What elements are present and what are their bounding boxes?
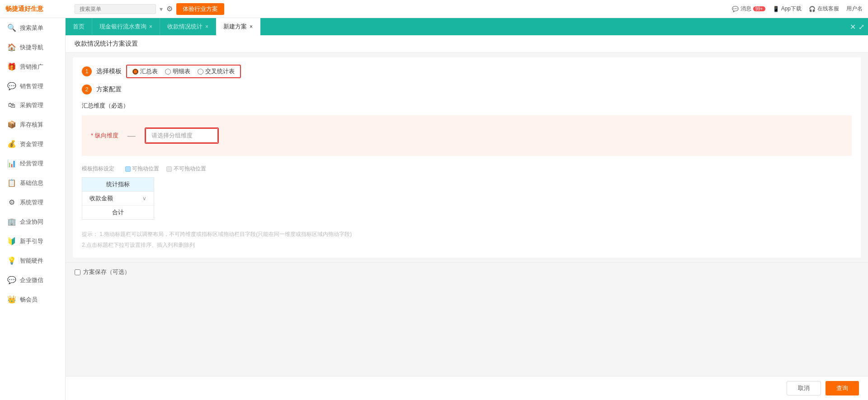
hint-2: 2.点击标题栏下拉可设置排序、插入列和删除列 xyxy=(82,240,852,250)
sidebar-item-wechat[interactable]: 💬 企业微信 xyxy=(0,270,65,290)
sidebar-item-basic-info[interactable]: 📋 基础信息 xyxy=(0,173,65,193)
menu-search-input[interactable] xyxy=(75,4,156,14)
trial-button[interactable]: 体验行业方案 xyxy=(176,3,224,15)
tab-new-plan[interactable]: 新建方案 × xyxy=(216,18,260,35)
sidebar-item-purchase[interactable]: 🛍 采购管理 xyxy=(0,96,65,115)
maximize-window-icon[interactable]: ⤢ xyxy=(859,23,864,31)
tab-receipts-close[interactable]: × xyxy=(205,24,208,30)
step2-title: 方案配置 xyxy=(96,85,122,94)
template-option-cross[interactable]: 交叉统计表 xyxy=(198,67,235,75)
sidebar-item-quick-nav[interactable]: 🏠 快捷导航 xyxy=(0,38,65,57)
sidebar-item-cooperation[interactable]: 🏢 企业协同 xyxy=(0,212,65,231)
page-title: 收款情况统计方案设置 xyxy=(75,40,138,47)
support-icon: 🎧 xyxy=(809,6,816,12)
page-body: 收款情况统计方案设置 1 选择模板 汇总表 xyxy=(66,35,868,376)
sidebar-item-label: 企业微信 xyxy=(20,276,43,284)
sidebar-item-finance[interactable]: 💰 资金管理 xyxy=(0,134,65,154)
gift-icon: 🎁 xyxy=(7,62,16,71)
guide-icon: 🔰 xyxy=(7,237,16,245)
window-controls: ✕ ⤢ xyxy=(846,18,868,35)
crown-icon: 👑 xyxy=(7,295,16,304)
home-icon: 🏠 xyxy=(7,43,16,52)
user-name: 用户名 xyxy=(846,5,863,13)
search-icon: 🔍 xyxy=(7,24,16,32)
save-checkbox[interactable] xyxy=(75,269,80,275)
sidebar-item-system[interactable]: ⚙ 系统管理 xyxy=(0,193,65,212)
sidebar-item-label: 采购管理 xyxy=(20,101,43,109)
tab-new-plan-label: 新建方案 xyxy=(223,23,247,31)
template-radio-cross[interactable] xyxy=(198,69,203,75)
step1-row: 1 选择模板 汇总表 明细表 xyxy=(82,65,852,78)
message-icon: 💬 xyxy=(732,6,739,12)
dimension-area: * 纵向维度 — 请选择分组维度 xyxy=(82,115,852,156)
sidebar-item-label: 系统管理 xyxy=(20,198,43,207)
cancel-button[interactable]: 取消 xyxy=(787,381,821,395)
sidebar-item-operations[interactable]: 📊 经营管理 xyxy=(0,154,65,173)
metrics-header-text: 统计指标 xyxy=(106,181,130,188)
tab-bar: 首页 现金银行流水查询 × 收款情况统计 × 新建方案 × ✕ ⤢ xyxy=(66,18,868,35)
tab-home-label: 首页 xyxy=(73,23,85,31)
save-checkbox-label: 方案保存（可选） xyxy=(83,268,130,276)
metrics-cell-label: 收款金额 xyxy=(90,194,113,202)
tab-new-plan-close[interactable]: × xyxy=(250,24,253,30)
download-tool[interactable]: 📱 App下载 xyxy=(773,5,802,13)
step1-title: 选择模板 xyxy=(96,67,122,75)
page-title-bar: 收款情况统计方案设置 xyxy=(66,35,868,53)
sidebar-item-label: 销售管理 xyxy=(20,82,43,90)
hardware-icon: 💡 xyxy=(7,256,16,265)
sidebar-item-label: 基础信息 xyxy=(20,179,43,187)
bottom-save-area: 方案保存（可选） xyxy=(66,262,868,282)
clipboard-icon: 📋 xyxy=(7,179,16,187)
tab-receipts[interactable]: 收款情况统计 × xyxy=(160,18,216,35)
metrics-header: 统计指标 xyxy=(82,178,154,192)
template-radio-summary[interactable] xyxy=(132,69,138,75)
sidebar-item-sales[interactable]: 💬 销售管理 xyxy=(0,76,65,96)
main-layout: 🔍 搜索菜单 🏠 快捷导航 🎁 营销推广 💬 销售管理 🛍 采购管理 📦 库存核… xyxy=(0,18,868,400)
template-select-box: 汇总表 明细表 交叉统计表 xyxy=(126,65,241,78)
settings-button[interactable]: ⚙ xyxy=(166,5,173,13)
user-info[interactable]: 用户名 xyxy=(846,5,863,13)
sidebar-item-inventory[interactable]: 📦 库存核算 xyxy=(0,115,65,134)
tab-bank-close[interactable]: × xyxy=(149,24,152,30)
chevron-down-icon[interactable]: ∨ xyxy=(142,195,146,202)
step2-circle: 2 xyxy=(82,85,92,94)
hint-1: 提示： 1.拖动标题栏可以调整布局，不可跨维度或指标区域拖动栏目字段(只能在同一… xyxy=(82,229,852,240)
support-tool[interactable]: 🎧 在线客服 xyxy=(809,5,839,13)
template-option-summary[interactable]: 汇总表 xyxy=(132,67,158,75)
draggable-legend: 可拖动位置 xyxy=(125,165,159,173)
sidebar-item-marketing[interactable]: 🎁 营销推广 xyxy=(0,57,65,76)
step2-row: 2 方案配置 xyxy=(82,85,852,94)
non-draggable-legend: 不可拖动位置 xyxy=(166,165,206,173)
chart-icon: 📊 xyxy=(7,159,16,168)
metrics-footer-text: 合计 xyxy=(112,209,124,216)
query-button[interactable]: 查询 xyxy=(826,381,859,395)
box-icon: 📦 xyxy=(7,120,16,129)
download-icon: 📱 xyxy=(773,6,779,12)
vertical-dim-select[interactable]: 请选择分组维度 xyxy=(146,128,218,143)
message-tool[interactable]: 💬 消息 99+ xyxy=(732,5,765,13)
sidebar-item-member[interactable]: 👑 畅会员 xyxy=(0,290,65,309)
sidebar-item-label: 搜索菜单 xyxy=(20,24,43,32)
building-icon: 🏢 xyxy=(7,217,16,226)
vertical-dim-label: * 纵向维度 xyxy=(91,132,118,140)
sidebar-item-hardware[interactable]: 💡 智能硬件 xyxy=(0,251,65,270)
sidebar-item-guide[interactable]: 🔰 新手引导 xyxy=(0,231,65,251)
search-icon: ▾ xyxy=(160,5,163,13)
sidebar-item-search[interactable]: 🔍 搜索菜单 xyxy=(0,18,65,38)
metrics-table: 统计指标 收款金额 ∨ 合计 xyxy=(82,177,154,220)
sidebar-item-label: 营销推广 xyxy=(20,63,43,71)
metrics-cell-amount[interactable]: 收款金额 ∨ xyxy=(82,192,154,206)
template-option-detail[interactable]: 明细表 xyxy=(165,67,190,75)
drag-legend: 模板指标设定 可拖动位置 不可拖动位置 xyxy=(82,165,852,173)
message-badge: 99+ xyxy=(753,6,765,11)
sidebar: 🔍 搜索菜单 🏠 快捷导航 🎁 营销推广 💬 销售管理 🛍 采购管理 📦 库存核… xyxy=(0,18,66,400)
tab-bank[interactable]: 现金银行流水查询 × xyxy=(92,18,160,35)
close-window-icon[interactable]: ✕ xyxy=(850,23,856,31)
tab-home[interactable]: 首页 xyxy=(66,18,92,35)
template-radio-detail[interactable] xyxy=(165,69,171,75)
dimension-section-title: 汇总维度（必选） xyxy=(82,102,852,110)
template-detail-label: 明细表 xyxy=(173,67,190,75)
tab-receipts-label: 收款情况统计 xyxy=(167,23,203,31)
sidebar-item-label: 资金管理 xyxy=(20,140,43,148)
footer-actions: 取消 查询 xyxy=(66,376,868,400)
